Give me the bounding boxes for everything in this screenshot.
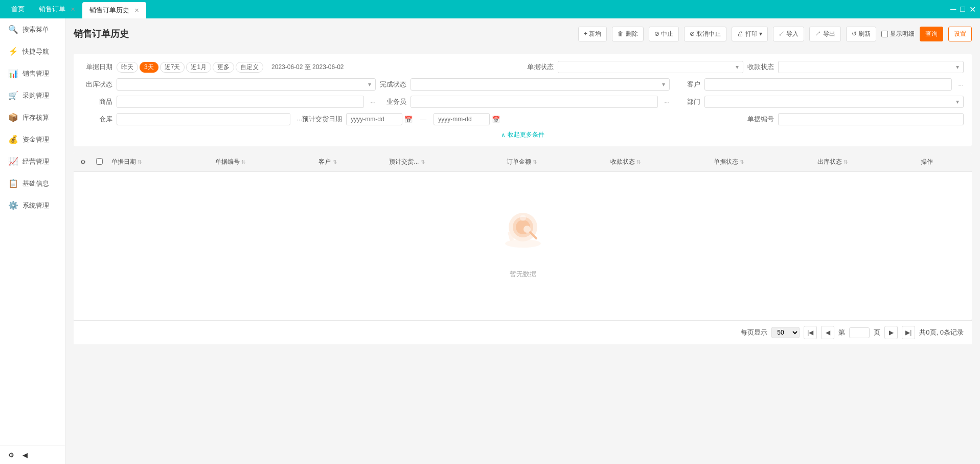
tab-sales-order-history-close[interactable]: ✕ — [134, 7, 139, 14]
sidebar-settings-icon[interactable]: ⚙ — [8, 451, 14, 459]
stop-button-label: ⊘ 中止 — [654, 30, 673, 38]
filter-row-1: 单据日期 昨天 3天 近7天 近1月 更多 自定义 2023-06-02 至 2… — [82, 61, 964, 73]
payment-status-select[interactable]: ▾ — [778, 61, 964, 73]
stop-button[interactable]: ⊘ 中止 — [649, 27, 679, 41]
warehouse-label: 仓库 — [82, 115, 112, 124]
content-area: 销售订单历史 + 新增 🗑 删除 ⊘ 中止 ⊘ 取消中止 🖨 打印 ▾ — [65, 18, 980, 464]
salesperson-dots[interactable]: ··· — [664, 98, 670, 106]
th-order-amount[interactable]: 订单金额 ⇅ — [503, 152, 606, 172]
sidebar-item-quick-nav[interactable]: ⚡ 快捷导航 — [0, 40, 65, 62]
refresh-button[interactable]: ↺ 刷新 — [846, 27, 876, 41]
th-customer[interactable]: 客户 ⇅ — [314, 152, 385, 172]
sidebar-collapse-icon[interactable]: ◀ — [22, 451, 28, 459]
prev-page-btn[interactable]: ◀ — [821, 326, 834, 339]
chip-custom[interactable]: 自定义 — [236, 62, 263, 73]
th-payment-status[interactable]: 收款状态 ⇅ — [606, 152, 710, 172]
sidebar-item-search-menu[interactable]: 🔍 搜索菜单 — [0, 18, 65, 40]
select-all-checkbox[interactable] — [96, 158, 103, 165]
warehouse-input[interactable] — [117, 113, 290, 125]
export-button[interactable]: ↗ 导出 — [809, 27, 840, 41]
orders-table: ⚙ 单据日期 ⇅ 单据编号 ⇅ 客户 ⇅ — [74, 152, 972, 320]
collapse-btn[interactable]: ∧ 收起更多条件 — [82, 130, 964, 139]
sidebar-item-purchase-mgmt[interactable]: 🛒 采购管理 — [0, 84, 65, 106]
department-select[interactable]: ▾ — [704, 96, 964, 108]
main-layout: 🔍 搜索菜单 ⚡ 快捷导航 📊 销售管理 🛒 采购管理 📦 库存核算 💰 资金管… — [0, 18, 980, 464]
th-checkbox[interactable] — [92, 152, 107, 172]
delivery-status-select[interactable]: ▾ — [117, 78, 376, 91]
order-number-input[interactable] — [778, 113, 964, 125]
settings-button[interactable]: 设置 — [948, 27, 972, 41]
tab-sales-order[interactable]: 销售订单 ✕ — [32, 0, 82, 18]
sidebar-item-operations-mgmt-label: 经营管理 — [22, 157, 49, 166]
import-button[interactable]: ↙ 导入 — [773, 27, 804, 41]
filter-salesperson: 业务员 ··· — [376, 96, 670, 108]
customer-input[interactable] — [704, 78, 952, 91]
date-chips: 昨天 3天 近7天 近1月 更多 自定义 — [117, 62, 263, 73]
system-mgmt-icon: ⚙️ — [8, 201, 18, 210]
filter-product: 商品 ··· — [82, 96, 376, 108]
first-page-btn[interactable]: |◀ — [804, 326, 817, 339]
export-button-label: ↗ 导出 — [815, 30, 835, 38]
calendar-to-icon[interactable]: 📅 — [492, 116, 500, 123]
query-button[interactable]: 查询 — [920, 27, 943, 41]
sidebar-item-system-mgmt[interactable]: ⚙️ 系统管理 — [0, 194, 65, 216]
chip-more[interactable]: 更多 — [213, 62, 234, 73]
order-status-select[interactable]: ▾ — [558, 61, 743, 73]
chip-3days[interactable]: 3天 — [140, 62, 158, 73]
chip-yesterday[interactable]: 昨天 — [117, 62, 138, 73]
warehouse-dots[interactable]: ··· — [297, 116, 302, 123]
tab-home[interactable]: 首页 — [4, 0, 32, 18]
th-settings[interactable]: ⚙ — [74, 152, 92, 172]
customer-dots[interactable]: ··· — [958, 81, 964, 89]
refresh-button-label: ↺ 刷新 — [852, 30, 871, 38]
expected-date-from[interactable] — [346, 113, 402, 125]
th-order-status[interactable]: 单据状态 ⇅ — [710, 152, 813, 172]
chip-7days[interactable]: 近7天 — [160, 62, 185, 73]
filter-department: 部门 ▾ — [670, 96, 964, 108]
completion-status-select[interactable]: ▾ — [411, 78, 670, 91]
delivery-status-chevron: ▾ — [368, 81, 371, 88]
last-page-btn[interactable]: ▶| — [902, 326, 915, 339]
expected-date-to[interactable] — [434, 113, 490, 125]
tab-sales-order-history[interactable]: 销售订单历史 ✕ — [82, 2, 146, 18]
cancel-stop-button[interactable]: ⊘ 取消中止 — [684, 27, 726, 41]
show-detail-checkbox-wrapper[interactable]: 显示明细 — [881, 30, 915, 38]
product-input[interactable] — [117, 96, 364, 108]
show-detail-checkbox[interactable] — [881, 31, 888, 37]
expected-date-to-group: 📅 — [434, 113, 500, 125]
add-button[interactable]: + 新增 — [578, 27, 607, 41]
page-size-select[interactable]: 50 10 20 100 — [771, 327, 800, 338]
sidebar-item-inventory-check[interactable]: 📦 库存核算 — [0, 106, 65, 128]
product-dots[interactable]: ··· — [370, 98, 376, 106]
product-label: 商品 — [82, 97, 112, 106]
sidebar-item-fund-mgmt[interactable]: 💰 资金管理 — [0, 128, 65, 150]
filter-area: 单据日期 昨天 3天 近7天 近1月 更多 自定义 2023-06-02 至 2… — [74, 54, 972, 146]
page-unit: 页 — [874, 328, 880, 337]
delete-button[interactable]: 🗑 删除 — [612, 27, 643, 41]
order-status-label: 单据状态 — [523, 62, 554, 72]
search-menu-icon: 🔍 — [8, 25, 18, 34]
page-input[interactable]: 1 — [849, 327, 870, 338]
pagination: 每页显示 50 10 20 100 |◀ ◀ 第 1 页 ▶ ▶| 共0页, 0… — [74, 320, 972, 344]
th-expected-delivery[interactable]: 预计交货... ⇅ — [385, 152, 503, 172]
tab-home-label: 首页 — [11, 5, 25, 14]
tab-sales-order-close[interactable]: ✕ — [71, 6, 75, 13]
th-order-date[interactable]: 单据日期 ⇅ — [107, 152, 211, 172]
sidebar-item-basic-info[interactable]: 📋 基础信息 — [0, 172, 65, 194]
sidebar-item-sales-mgmt[interactable]: 📊 销售管理 — [0, 62, 65, 84]
filter-order-number: 单据编号 — [743, 113, 964, 125]
close-btn[interactable]: ✕ — [969, 5, 976, 14]
salesperson-input[interactable] — [411, 96, 658, 108]
operations-mgmt-icon: 📈 — [8, 157, 18, 166]
maximize-btn[interactable]: □ — [960, 5, 965, 14]
th-delivery-status[interactable]: 出库状态 ⇅ — [813, 152, 917, 172]
sort-order-date-icon: ⇅ — [138, 159, 142, 165]
sidebar-item-operations-mgmt[interactable]: 📈 经营管理 — [0, 150, 65, 172]
print-button-label: 🖨 打印 ▾ — [737, 30, 762, 38]
minimize-btn[interactable]: ─ — [950, 5, 956, 14]
calendar-from-icon[interactable]: 📅 — [404, 116, 413, 123]
next-page-btn[interactable]: ▶ — [884, 326, 898, 339]
chip-1month[interactable]: 近1月 — [186, 62, 211, 73]
print-button[interactable]: 🖨 打印 ▾ — [732, 27, 768, 41]
th-order-number[interactable]: 单据编号 ⇅ — [211, 152, 315, 172]
